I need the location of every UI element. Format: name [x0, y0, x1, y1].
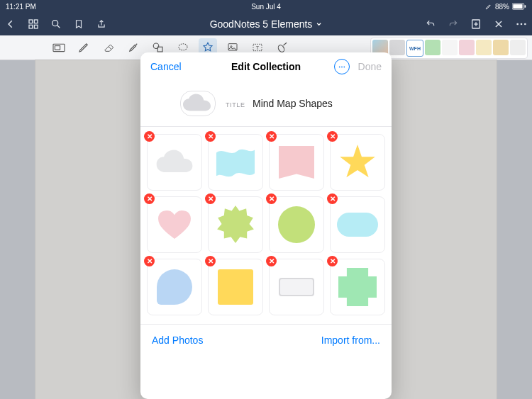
collection-name-input[interactable]: Mind Map Shapes — [253, 98, 333, 109]
shape-cell-star[interactable]: ✕ — [330, 134, 385, 191]
delete-shape-button[interactable]: ✕ — [266, 256, 277, 266]
sticker-collection-thumb[interactable]: WFH — [406, 40, 423, 57]
nav-bar: GoodNotes 5 Elements — [0, 13, 532, 35]
delete-shape-button[interactable]: ✕ — [266, 193, 277, 204]
close-button[interactable] — [492, 18, 505, 30]
delete-shape-button[interactable]: ✕ — [144, 256, 155, 266]
svg-point-21 — [179, 44, 187, 50]
svg-rect-5 — [29, 25, 33, 28]
import-from-button[interactable]: Import from... — [321, 335, 380, 346]
document-title[interactable]: GoodNotes 5 Elements — [210, 18, 323, 30]
done-button[interactable]: Done — [358, 61, 382, 72]
modal-title: Edit Collection — [231, 61, 301, 72]
shape-cell-circle[interactable]: ✕ — [269, 196, 324, 253]
battery-icon — [512, 3, 526, 10]
delete-shape-button[interactable]: ✕ — [205, 193, 216, 204]
shape-cell-wave[interactable]: ✕ — [208, 134, 263, 191]
title-label: TITLE — [226, 101, 245, 108]
eraser-tool[interactable] — [99, 38, 118, 57]
add-photos-button[interactable]: Add Photos — [152, 335, 203, 346]
shape-cell-drop[interactable]: ✕ — [147, 259, 202, 315]
delete-shape-button[interactable]: ✕ — [327, 131, 338, 142]
edit-collection-modal: Cancel Edit Collection ⋯ Done TITLE Mind… — [140, 52, 392, 399]
svg-line-8 — [57, 26, 60, 28]
pen-tool[interactable] — [74, 38, 93, 57]
svg-rect-2 — [525, 5, 526, 7]
sticker-collection-thumb[interactable] — [510, 40, 526, 55]
delete-shape-button[interactable]: ✕ — [327, 193, 338, 204]
status-time: 11:21 PM — [6, 3, 36, 11]
chevron-down-icon — [315, 21, 322, 28]
shapes-grid: ✕ ✕ ✕ ✕ ✕ ✕ ✕ ✕ ✕ ✕ ✕ ✕ — [140, 127, 392, 315]
svg-rect-4 — [34, 20, 38, 23]
svg-point-15 — [521, 23, 523, 26]
document-title-text: GoodNotes 5 Elements — [210, 18, 313, 30]
svg-point-26 — [277, 44, 286, 53]
delete-shape-button[interactable]: ✕ — [144, 193, 155, 204]
sticker-collection-thumb[interactable] — [459, 40, 475, 55]
zoom-tool[interactable] — [50, 38, 68, 57]
status-battery: 88% — [495, 3, 509, 11]
more-options-button[interactable]: ⋯ — [334, 59, 350, 74]
shape-cell-burst[interactable]: ✕ — [208, 196, 263, 253]
shape-cell-banner[interactable]: ✕ — [269, 134, 324, 191]
add-page-button[interactable] — [470, 18, 482, 30]
highlighter-tool[interactable] — [124, 38, 143, 57]
cancel-button[interactable]: Cancel — [150, 61, 182, 72]
shape-cell-square[interactable]: ✕ — [208, 259, 263, 315]
svg-point-23 — [231, 46, 232, 47]
delete-shape-button[interactable]: ✕ — [266, 131, 277, 142]
search-button[interactable] — [50, 18, 62, 30]
svg-line-27 — [284, 43, 287, 45]
svg-rect-18 — [55, 46, 60, 50]
pencil-status-icon — [485, 3, 492, 10]
sticker-collection-thumb[interactable] — [425, 40, 440, 55]
sticker-collection-thumb[interactable] — [493, 40, 509, 55]
delete-shape-button[interactable]: ✕ — [205, 131, 216, 142]
delete-shape-button[interactable]: ✕ — [205, 256, 216, 266]
svg-point-14 — [516, 23, 519, 26]
sticker-collection-thumb[interactable] — [476, 40, 492, 55]
undo-button[interactable] — [424, 18, 437, 30]
svg-text:T: T — [256, 45, 260, 51]
bookmark-button[interactable] — [72, 18, 85, 30]
svg-rect-6 — [34, 25, 38, 28]
back-button[interactable] — [4, 18, 17, 30]
svg-rect-1 — [513, 4, 522, 9]
sticker-collection-thumb[interactable] — [442, 40, 458, 55]
svg-point-16 — [524, 23, 526, 26]
share-button[interactable] — [95, 18, 108, 30]
sticker-collection-thumb[interactable] — [389, 40, 405, 55]
delete-shape-button[interactable]: ✕ — [327, 256, 338, 266]
shape-cell-bar[interactable]: ✕ — [269, 259, 324, 315]
collection-title-row[interactable]: TITLE Mind Map Shapes — [140, 81, 392, 126]
shape-cell-heart[interactable]: ✕ — [147, 196, 202, 253]
status-bar: 11:21 PM Sun Jul 4 88% — [0, 0, 532, 13]
svg-point-7 — [52, 21, 58, 26]
more-button[interactable] — [515, 18, 528, 30]
shape-cell-cross[interactable]: ✕ — [330, 259, 385, 315]
thumbnails-button[interactable] — [27, 18, 40, 30]
status-date: Sun Jul 4 — [251, 3, 281, 11]
delete-shape-button[interactable]: ✕ — [144, 131, 155, 142]
shape-cell-cloud[interactable]: ✕ — [147, 134, 202, 191]
svg-rect-3 — [29, 20, 33, 23]
collection-thumbnail — [180, 91, 216, 116]
sticker-collection-bar[interactable]: WFH — [370, 38, 528, 59]
shape-cell-pill[interactable]: ✕ — [330, 196, 385, 253]
redo-button[interactable] — [447, 18, 460, 30]
